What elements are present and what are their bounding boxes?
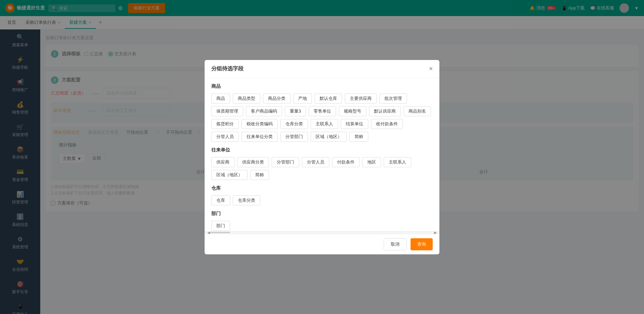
tag-goods-17[interactable]: 仓库分类: [280, 119, 308, 129]
modal-confirm-button[interactable]: 查询: [411, 238, 433, 250]
modal-horizontal-scrollbar[interactable]: ◀ ▶: [205, 231, 439, 234]
tag-partner-9[interactable]: 简称: [250, 170, 269, 180]
tag-goods-6[interactable]: 主要供应商: [345, 93, 377, 104]
tag-partner-6[interactable]: 地区: [362, 157, 381, 167]
tag-goods-12[interactable]: 规格型号: [339, 106, 366, 116]
tag-goods-8[interactable]: 保质期管理: [211, 106, 243, 116]
tag-partner-5[interactable]: 付款条件: [332, 157, 360, 167]
tags-goods-grid: 商品 商品类型 商品分类 产地 默认仓库 主要供应商 批次管理 保质期管理 客户…: [211, 93, 433, 142]
modal-title: 分组待选字段: [211, 65, 244, 72]
tag-goods-11[interactable]: 零售单位: [309, 106, 336, 116]
tag-warehouse-2[interactable]: 仓库分类: [233, 195, 260, 205]
tag-goods-9[interactable]: 客户商品编码: [246, 106, 282, 116]
tag-goods-23[interactable]: 分管部门: [280, 132, 308, 142]
tag-goods-25[interactable]: 简称: [350, 132, 368, 142]
modal-body: 商品 商品 商品类型 商品分类 产地 默认仓库 主要供应商 批次管理 保质期管理…: [205, 78, 439, 231]
tag-goods-22[interactable]: 往来单位分类: [241, 132, 278, 142]
tag-partner-8[interactable]: 区域（地区）: [211, 170, 248, 180]
tag-goods-15[interactable]: 炼货积分: [211, 119, 239, 129]
tag-warehouse-1[interactable]: 仓库: [211, 195, 230, 205]
tag-goods-3[interactable]: 商品分类: [263, 93, 290, 104]
modal-header: 分组待选字段 ×: [205, 60, 439, 78]
tag-goods-1[interactable]: 商品: [211, 93, 230, 104]
tag-department-1[interactable]: 部门: [211, 221, 230, 231]
tag-goods-20[interactable]: 收付款条件: [371, 119, 403, 129]
tag-partner-3[interactable]: 分管部门: [272, 157, 299, 167]
section-partner-title: 往来单位: [211, 147, 433, 153]
tag-goods-7[interactable]: 批次管理: [379, 93, 407, 104]
hscroll-bar: [210, 232, 230, 233]
tags-department-grid: 部门: [211, 221, 433, 231]
tags-warehouse-grid: 仓库 仓库分类: [211, 195, 433, 205]
tag-partner-7[interactable]: 主联系人: [384, 157, 411, 167]
modal-footer: 取消 查询: [205, 234, 439, 254]
tag-goods-13[interactable]: 默认供应商: [369, 106, 401, 116]
tag-partner-2[interactable]: 供应商分类: [237, 157, 269, 167]
tags-partner-grid: 供应商 供应商分类 分管部门 分管人员 付款条件 地区 主联系人 区域（地区） …: [211, 157, 433, 180]
tag-partner-1[interactable]: 供应商: [211, 157, 234, 167]
tag-goods-16[interactable]: 税收分类编码: [241, 119, 278, 129]
modal-close-button[interactable]: ×: [429, 65, 433, 72]
tag-goods-14[interactable]: 商品别名: [404, 106, 431, 116]
tag-partner-4[interactable]: 分管人员: [302, 157, 329, 167]
tag-goods-4[interactable]: 产地: [293, 93, 312, 104]
field-selector-modal: 分组待选字段 × 商品 商品 商品类型 商品分类 产地 默认仓库 主要供应商 批…: [205, 60, 439, 254]
tag-goods-5[interactable]: 默认仓库: [315, 93, 342, 104]
modal-cancel-button[interactable]: 取消: [384, 238, 407, 250]
tag-goods-24[interactable]: 区域（地区）: [311, 132, 347, 142]
section-goods-title: 商品: [211, 83, 433, 89]
section-department-title: 部门: [211, 211, 433, 217]
modal-overlay: 分组待选字段 × 商品 商品 商品类型 商品分类 产地 默认仓库 主要供应商 批…: [0, 0, 644, 314]
tag-goods-21[interactable]: 分管人员: [211, 132, 239, 142]
tag-goods-2[interactable]: 商品类型: [233, 93, 260, 104]
tag-goods-10[interactable]: 重量3: [285, 106, 306, 116]
section-warehouse-title: 仓库: [211, 185, 433, 191]
tag-goods-18[interactable]: 主联系人: [311, 119, 338, 129]
tag-goods-19[interactable]: 结算单位: [341, 119, 368, 129]
